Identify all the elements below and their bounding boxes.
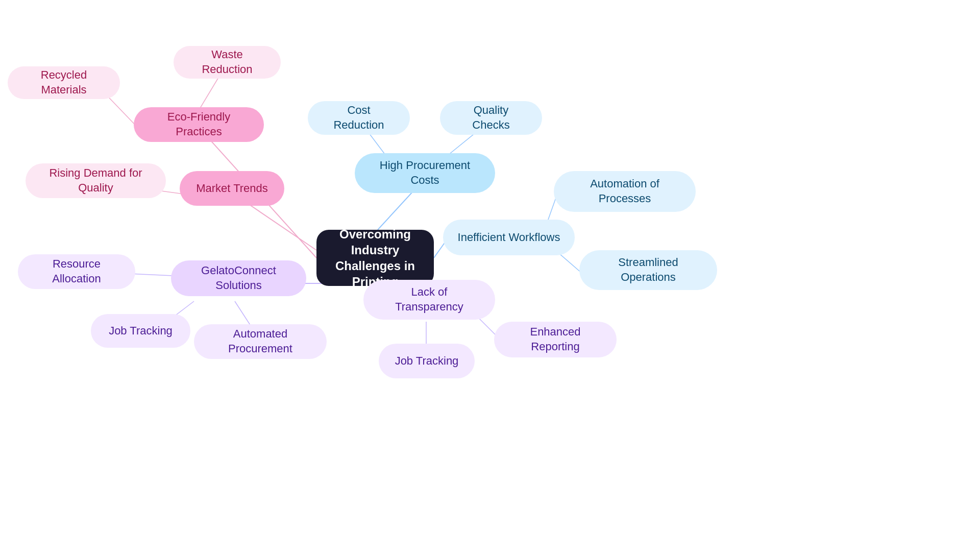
automated-procurement-node: Automated Procurement — [194, 324, 327, 359]
recycled-materials-node: Recycled Materials — [8, 66, 120, 99]
lack-transparency-node: Lack of Transparency — [363, 280, 495, 320]
streamlined-ops-node: Streamlined Operations — [579, 250, 717, 290]
eco-friendly-node: Eco-Friendly Practices — [134, 107, 264, 142]
waste-reduction-node: Waste Reduction — [174, 46, 281, 79]
high-procurement-node: High Procurement Costs — [355, 153, 495, 193]
center-node: Overcoming Industry Challenges in Printi… — [316, 230, 434, 286]
market-trends-node: Market Trends — [180, 171, 284, 206]
inefficient-workflows-node: Inefficient Workflows — [443, 220, 575, 255]
automation-processes-node: Automation of Processes — [554, 171, 696, 212]
job-tracking-right-node: Job Tracking — [379, 344, 475, 378]
gelato-solutions-node: GelatoConnect Solutions — [171, 260, 306, 296]
enhanced-reporting-node: Enhanced Reporting — [494, 322, 617, 357]
mind-map-connections — [0, 0, 980, 553]
job-tracking-left-node: Job Tracking — [91, 314, 190, 348]
cost-reduction-node: Cost Reduction — [308, 101, 410, 135]
resource-allocation-node: Resource Allocation — [18, 254, 135, 289]
quality-checks-node: Quality Checks — [440, 101, 542, 135]
rising-demand-node: Rising Demand for Quality — [26, 163, 166, 198]
